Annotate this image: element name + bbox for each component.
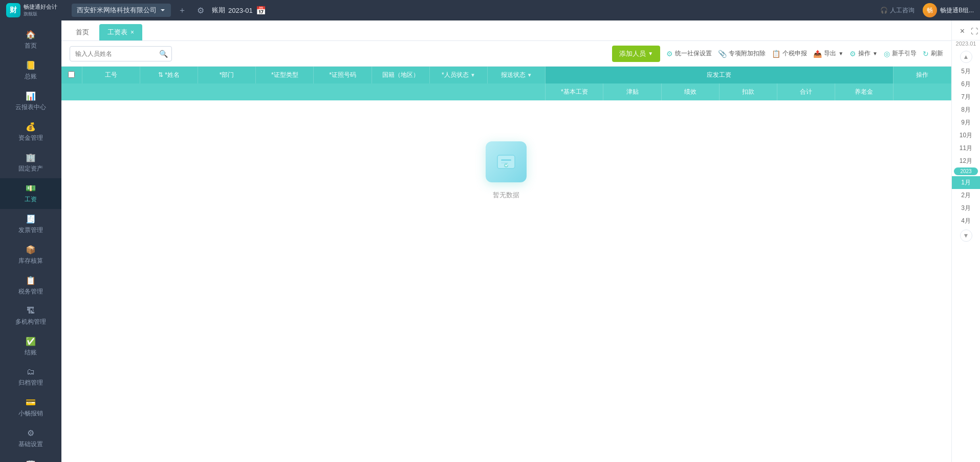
guide-action[interactable]: ◎ 新手引导 (884, 49, 917, 58)
timeline-item-5[interactable]: 5月 (952, 65, 980, 78)
timeline-item-9[interactable]: 9月 (952, 116, 980, 129)
tab-home[interactable]: 首页 (68, 24, 97, 40)
timeline-item-10[interactable]: 10月 (952, 129, 980, 142)
export-chevron: ▼ (838, 51, 843, 56)
main-layout: 🏠 首页 📒 总账 📊 云报表中心 💰 资金管理 🏢 固定资产 💵 工资 🧾 发… (0, 20, 980, 462)
tab-payroll-label: 工资表 (107, 28, 127, 37)
timeline-scroll-up-button[interactable]: ▲ (960, 51, 972, 63)
report-icon: 📊 (26, 91, 36, 101)
sidebar-item-payroll[interactable]: 💵 工资 (0, 178, 61, 209)
period-label: 账期 (212, 6, 225, 15)
timeline-item-3[interactable]: 3月 (952, 202, 980, 215)
year-badge: 2023 (954, 167, 978, 175)
search-input[interactable] (70, 46, 172, 61)
th-cert-number: *证照号码 (314, 67, 372, 83)
th-person-status: *人员状态 ▼ (429, 67, 487, 83)
calendar-icon[interactable]: 📅 (256, 6, 266, 15)
th-operation: 操作 (893, 67, 951, 83)
th-checkbox[interactable] (61, 67, 82, 83)
timeline-item-11[interactable]: 11月 (952, 142, 980, 155)
social-insurance-icon: ⚙ (666, 50, 673, 58)
sidebar-item-assets[interactable]: 🏢 固定资产 (0, 148, 61, 178)
sidebar-item-multi[interactable]: 🏗 多机构管理 (0, 301, 61, 331)
sidebar-item-expense[interactable]: 💳 小畅报销 (0, 392, 61, 423)
operation-action[interactable]: ⚙ 操作 ▼ (850, 49, 878, 58)
multi-icon: 🏗 (27, 306, 35, 316)
sidebar-item-ledger[interactable]: 📒 总账 (0, 55, 61, 86)
th-pension: 养老金 (835, 83, 893, 100)
refresh-action[interactable]: ↻ 刷新 (923, 49, 943, 58)
svg-rect-2 (501, 162, 508, 163)
timeline-item-6[interactable]: 6月 (952, 78, 980, 91)
tax-declaration-action[interactable]: 📋 个税申报 (772, 49, 807, 58)
add-button[interactable]: ＋ (175, 3, 189, 17)
sidebar-item-home[interactable]: 🏠 首页 (0, 25, 61, 55)
service-button[interactable]: 🎧 人工咨询 (880, 6, 914, 15)
timeline-item-12[interactable]: 12月 (952, 155, 980, 167)
table-body: 暂无数据 (61, 100, 951, 241)
timeline-item-4[interactable]: 4月 (952, 215, 980, 227)
sidebar-item-tax[interactable]: 📋 税务管理 (0, 270, 61, 301)
sidebar-label-ledger: 总账 (25, 72, 37, 81)
toolbar: 🔍 添加人员 ▼ ⚙ 统一社保设置 📎 专项附加扣除 📋 个税申报 📤 (61, 41, 951, 67)
sidebar-label-settings: 基础设置 (18, 440, 43, 449)
panel-expand-button[interactable]: ⛶ (971, 27, 978, 35)
sidebar-label-invoice: 发票管理 (18, 226, 43, 235)
sidebar-label-multi: 多机构管理 (15, 318, 46, 326)
th-name: ⇅ *姓名 (140, 67, 198, 83)
header-actions: ＋ ⚙ (175, 3, 208, 17)
expense-icon: 💳 (26, 397, 36, 407)
person-status-filter-icon[interactable]: ▼ (470, 72, 475, 78)
tab-close-button[interactable]: × (130, 29, 134, 36)
operation-label: 操作 (858, 49, 870, 58)
sidebar-item-report[interactable]: 📊 云报表中心 (0, 86, 61, 117)
svg-rect-1 (501, 159, 511, 161)
settings-icon: ⚙ (27, 428, 34, 438)
sidebar-item-settings[interactable]: ⚙ 基础设置 (0, 423, 61, 454)
timeline-item-2[interactable]: 2月 (952, 189, 980, 202)
sidebar-label-report: 云报表中心 (15, 103, 46, 112)
report-status-filter-icon[interactable]: ▼ (527, 72, 532, 78)
sidebar-item-invoice[interactable]: 🧾 发票管理 (0, 209, 61, 240)
sidebar-item-archive[interactable]: 🗂 归档管理 (0, 362, 61, 392)
empty-svg (493, 149, 519, 175)
user-info[interactable]: 畅 畅捷通B组... (923, 3, 974, 17)
settings-button[interactable]: ⚙ (193, 3, 208, 17)
tax-declaration-icon: 📋 (772, 50, 780, 58)
select-all-checkbox[interactable] (68, 71, 75, 78)
empty-text: 暂无数据 (493, 191, 519, 200)
timeline-item-8[interactable]: 8月 (952, 103, 980, 116)
company-selector[interactable]: 西安虾米网络科技有限公司 (72, 4, 171, 17)
top-header: 财 畅捷通好会计 旗舰版 西安虾米网络科技有限公司 ＋ ⚙ 账期 2023-01… (0, 0, 980, 20)
add-person-label: 添加人员 (619, 49, 646, 58)
sidebar-label-inventory: 库存核算 (18, 257, 43, 265)
export-action[interactable]: 📤 导出 ▼ (813, 49, 843, 58)
panel-close-button[interactable]: × (960, 27, 965, 36)
timeline-scroll-down-button[interactable]: ▼ (960, 229, 972, 242)
sidebar-label-payroll: 工资 (25, 195, 37, 204)
add-person-button[interactable]: 添加人员 ▼ (612, 46, 660, 62)
timeline-item-1-current[interactable]: 1月 (952, 176, 980, 189)
app-name: 畅捷通好会计 (24, 3, 57, 10)
sidebar-item-guide[interactable]: 📖 新手引导 (0, 454, 61, 462)
social-insurance-action[interactable]: ⚙ 统一社保设置 (666, 49, 712, 58)
guide-icon: 📖 (26, 459, 36, 462)
special-deduction-action[interactable]: 📎 专项附加扣除 (718, 49, 766, 58)
sidebar-item-inventory[interactable]: 📦 库存核算 (0, 240, 61, 270)
tab-payroll[interactable]: 工资表 × (99, 24, 142, 40)
timeline-panel: × ⛶ 2023.01 ▲ 5月 6月 7月 8月 9月 10月 11月 12月… (951, 20, 980, 462)
th-op-sub (893, 83, 951, 100)
operation-chevron: ▼ (873, 51, 878, 56)
social-insurance-label: 统一社保设置 (675, 49, 712, 58)
th-nationality: 国籍（地区） (372, 67, 429, 83)
th-performance: 绩效 (661, 83, 719, 100)
export-icon: 📤 (813, 50, 822, 58)
timeline-item-7[interactable]: 7月 (952, 91, 980, 103)
export-label: 导出 (824, 49, 836, 58)
table-header-row: 工号 ⇅ *姓名 *部门 *证型类型 *证照号码 国籍（地区） *人员状态 ▼ … (61, 67, 951, 83)
sidebar-item-close[interactable]: ✅ 结账 (0, 331, 61, 362)
payroll-icon: 💵 (26, 183, 36, 193)
logo-area: 财 畅捷通好会计 旗舰版 (6, 3, 68, 17)
th-employee-id: 工号 (82, 67, 140, 83)
sidebar-item-fund[interactable]: 💰 资金管理 (0, 117, 61, 148)
